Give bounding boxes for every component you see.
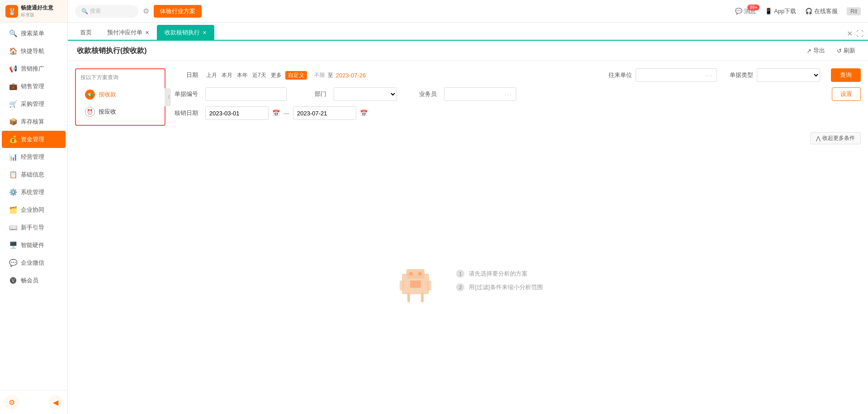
- collapse-filter-btn[interactable]: 《: [165, 88, 171, 106]
- sidebar-item-search[interactable]: 🔍 搜索菜单: [2, 25, 66, 42]
- sidebar-item-operations[interactable]: 📊 经营管理: [2, 148, 66, 166]
- header-settings-icon[interactable]: ⚙: [143, 7, 149, 15]
- sidebar-item-beginner[interactable]: 📖 新手引导: [2, 219, 66, 236]
- writeoff-date-end-calendar-icon[interactable]: 📅: [360, 109, 368, 117]
- date-no-limit: 不限: [314, 71, 325, 79]
- date-value[interactable]: 2023-07-26: [336, 72, 366, 79]
- sidebar-item-enterprise[interactable]: 🗂️ 企业协同: [2, 201, 66, 219]
- date-to-sep: 至: [328, 71, 333, 79]
- wechat-icon: 💬: [9, 259, 17, 267]
- sidebar-item-purchase[interactable]: 🛒 采购管理: [2, 95, 66, 113]
- page-title: 收款核销执行(按收款): [77, 46, 147, 56]
- filter-row-1: 日期 上月 本月 本年 近7天 更多 自定义 不限 至 2023-07-26: [173, 68, 861, 82]
- writeoff-date-start-calendar-icon[interactable]: 📅: [272, 109, 280, 117]
- writeoff-date-range: 📅 — 📅: [205, 106, 368, 120]
- sidebar: 🐰 畅捷通好生意 标准版 🔍 搜索菜单 🏠 快捷导航 📢 营销推广 💼 销售管理…: [0, 0, 68, 414]
- salesperson-label: 业务员: [411, 90, 437, 98]
- svg-point-3: [418, 272, 422, 276]
- doc-type-label: 单据类型: [728, 71, 753, 79]
- filter-by-receivable[interactable]: ⏰ 按应收: [80, 103, 160, 120]
- filter-row-2: 单据编号 部门 业务员 ··· 设置: [173, 87, 861, 101]
- sales-icon: 💼: [9, 82, 17, 90]
- top-header: 🔍 搜索 ⚙ 体验行业方案 💬 消息 99+ 📱 App下载 🎧 在线客服 Ri…: [68, 0, 868, 23]
- sidebar-item-membership[interactable]: 🅥 畅会员: [2, 272, 66, 289]
- tab-receipt-cancel[interactable]: 收款核销执行 ✕: [157, 25, 214, 40]
- header-search-box[interactable]: 🔍 搜索: [75, 5, 138, 18]
- tab-receipt-cancel-close[interactable]: ✕: [203, 30, 207, 36]
- settings-gear-btn[interactable]: ⚙: [5, 395, 19, 409]
- operations-icon: 📊: [9, 153, 17, 161]
- date-last-7days[interactable]: 近7天: [251, 71, 267, 80]
- membership-icon: 🅥: [9, 277, 17, 285]
- online-service-btn[interactable]: 🎧 在线客服: [805, 7, 838, 15]
- sidebar-item-finance[interactable]: 💰 资金管理: [2, 131, 66, 148]
- sidebar-item-quick-nav[interactable]: 🏠 快捷导航: [2, 43, 66, 60]
- collapse-more-btn[interactable]: ⋀ 收起更多条件: [810, 132, 861, 144]
- content-area: 收款核销执行(按收款) ↗ 导出 ↺ 刷新 按以下方案查询 💵 按收款: [68, 41, 868, 414]
- message-btn[interactable]: 💬 消息 99+: [735, 7, 756, 15]
- logo-text: 畅捷通好生意 标准版: [21, 5, 53, 18]
- main-area: 🔍 搜索 ⚙ 体验行业方案 💬 消息 99+ 📱 App下载 🎧 在线客服 Ri…: [68, 0, 868, 414]
- headset-icon: 🎧: [805, 8, 812, 14]
- query-btn[interactable]: 查询: [831, 68, 861, 82]
- page-actions: ↗ 导出 ↺ 刷新: [803, 45, 859, 56]
- purchase-icon: 🛒: [9, 100, 17, 108]
- sidebar-item-system[interactable]: ⚙️ 系统管理: [2, 184, 66, 201]
- svg-point-2: [409, 272, 413, 276]
- inventory-icon: 📦: [9, 118, 17, 126]
- finance-icon: 💰: [9, 135, 17, 143]
- writeoff-date-end[interactable]: [293, 106, 356, 120]
- collapse-more-area: ⋀ 收起更多条件: [68, 129, 868, 147]
- doc-no-input[interactable]: [205, 87, 287, 101]
- date-this-year[interactable]: 本年: [236, 71, 249, 80]
- search-icon: 🔍: [9, 29, 17, 38]
- system-icon: ⚙️: [9, 188, 17, 196]
- tab-close-icon[interactable]: ✕: [847, 29, 853, 38]
- svg-rect-6: [427, 281, 431, 290]
- receipt-icon: 💵: [85, 90, 95, 100]
- filter-area: 按以下方案查询 💵 按收款 ⏰ 按应收 《 日期 上月 本月: [68, 61, 868, 129]
- tab-home[interactable]: 首页: [72, 25, 99, 40]
- receivable-icon: ⏰: [85, 107, 95, 117]
- dept-select[interactable]: [334, 87, 397, 101]
- sidebar-item-marketing[interactable]: 📢 营销推广: [2, 60, 66, 77]
- filter-by-receipt[interactable]: 💵 按收款: [80, 86, 160, 103]
- industry-solution-btn[interactable]: 体验行业方案: [154, 5, 202, 18]
- settings-btn[interactable]: 设置: [832, 87, 861, 101]
- sidebar-item-wechat[interactable]: 💬 企业微信: [2, 254, 66, 271]
- export-btn[interactable]: ↗ 导出: [803, 45, 829, 56]
- svg-rect-5: [400, 281, 404, 290]
- refresh-btn[interactable]: ↺ 刷新: [833, 45, 859, 56]
- tab-bar: 首页 预付冲应付单 ✕ 收款核销执行 ✕ ✕ ⛶: [68, 23, 868, 41]
- empty-hints: 1 请先选择要分析的方案 2 用[过滤]条件来缩小分析范围: [456, 270, 542, 291]
- collapse-sidebar-btn[interactable]: ◀: [48, 395, 63, 409]
- tab-maximize-icon[interactable]: ⛶: [856, 30, 863, 38]
- date-this-month[interactable]: 本月: [221, 71, 233, 80]
- smart-hw-icon: 🖥️: [9, 241, 17, 249]
- filter-row-3: 核销日期 📅 — 📅: [173, 106, 861, 120]
- salesperson-input[interactable]: ···: [444, 87, 516, 101]
- tab-prepay-close[interactable]: ✕: [145, 30, 149, 36]
- counterparty-row: 往来单位 ··· 单据类型 查询: [607, 68, 861, 82]
- user-avatar[interactable]: Rit: [847, 7, 861, 15]
- sidebar-item-inventory[interactable]: 📦 库存核算: [2, 113, 66, 130]
- tab-prepay[interactable]: 预付冲应付单 ✕: [99, 25, 157, 40]
- empty-hint-1: 1 请先选择要分析的方案: [456, 270, 528, 278]
- page-header: 收款核销执行(按收款) ↗ 导出 ↺ 刷新: [68, 41, 868, 61]
- counterparty-input[interactable]: ···: [636, 68, 717, 82]
- date-last-month[interactable]: 上月: [205, 71, 218, 80]
- sidebar-item-smart-hw[interactable]: 🖥️ 智能硬件: [2, 237, 66, 254]
- export-icon: ↗: [807, 48, 811, 54]
- date-custom-badge[interactable]: 自定义: [285, 71, 307, 80]
- writeoff-date-start[interactable]: [205, 106, 269, 120]
- app-download-btn[interactable]: 📱 App下载: [765, 7, 796, 15]
- beginner-icon: 📖: [9, 224, 17, 232]
- date-shortcuts: 上月 本月 本年 近7天 更多 自定义: [205, 71, 307, 80]
- sidebar-item-sales[interactable]: 💼 销售管理: [2, 78, 66, 95]
- doc-type-select[interactable]: [757, 68, 820, 82]
- header-left: 🔍 搜索 ⚙ 体验行业方案: [75, 5, 202, 18]
- sidebar-item-basic-info[interactable]: 📋 基础信息: [2, 166, 66, 183]
- date-more[interactable]: 更多: [270, 71, 283, 80]
- tab-bar-actions: ✕ ⛶: [847, 29, 863, 40]
- header-right: 💬 消息 99+ 📱 App下载 🎧 在线客服 Rit: [735, 7, 861, 15]
